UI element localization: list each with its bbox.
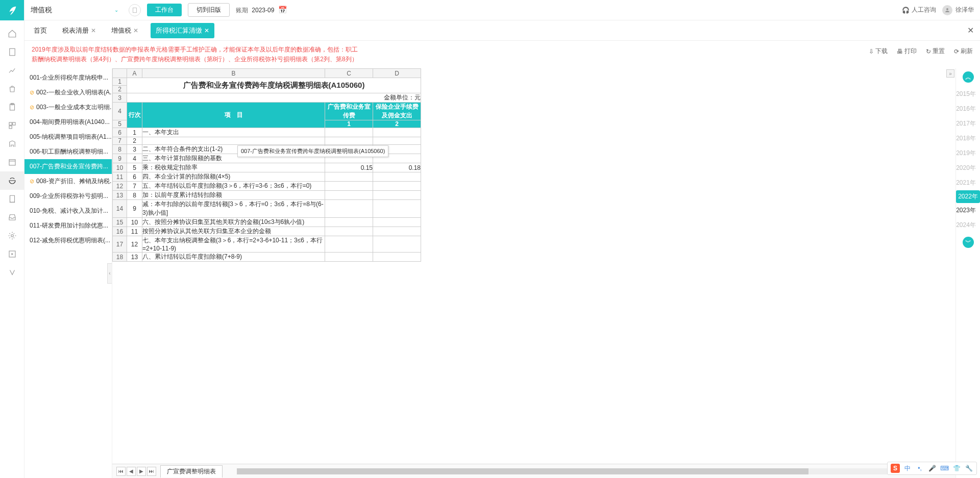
row-header[interactable]: 11 <box>113 172 127 182</box>
ime-keyboard-icon[interactable]: ⌨ <box>940 464 949 473</box>
nav-bowl[interactable] <box>0 171 24 190</box>
row-header[interactable]: 17 <box>113 236 127 253</box>
cell-value-c[interactable] <box>325 128 373 137</box>
nav-receipt[interactable] <box>0 190 24 208</box>
cell-value-c[interactable] <box>325 227 373 236</box>
tab[interactable]: 税表清册✕ <box>59 21 99 40</box>
nav-home[interactable] <box>0 24 24 43</box>
row-header[interactable]: 10 <box>113 163 127 172</box>
cell-value-d[interactable] <box>373 236 421 253</box>
year-item[interactable]: 2015年 <box>956 87 980 102</box>
close-icon[interactable]: ✕ <box>133 27 138 34</box>
cell-value-d[interactable] <box>373 128 421 137</box>
year-down-button[interactable]: ︾ <box>963 237 974 248</box>
year-item[interactable]: 2022年 <box>956 190 980 203</box>
cell-value-d[interactable] <box>373 191 421 200</box>
ime-mic-icon[interactable]: 🎤 <box>927 464 937 473</box>
row-header[interactable]: 8 <box>113 145 127 154</box>
header-col-d-num[interactable]: 2 <box>373 120 421 128</box>
nav-grid[interactable] <box>0 116 24 135</box>
header-rowno[interactable]: 行次 <box>127 103 142 128</box>
workspace-button[interactable]: 工作台 <box>147 4 182 16</box>
year-item[interactable]: 2021年 <box>956 175 980 190</box>
close-icon[interactable]: ✕ <box>204 27 209 34</box>
row-header[interactable]: 7 <box>113 137 127 145</box>
cell-item[interactable]: 四、本企业计算的扣除限额(4×5) <box>142 172 325 182</box>
cell-rowno[interactable]: 4 <box>127 154 142 163</box>
cell-item[interactable] <box>142 137 325 145</box>
cell-item[interactable]: 八、累计结转以后年度扣除额(7+8-9) <box>142 253 325 262</box>
cell-value-d[interactable]: 0.18 <box>373 163 421 172</box>
row-header[interactable]: 13 <box>113 191 127 200</box>
row-header[interactable]: 2 <box>113 86 127 93</box>
help-link[interactable]: 🎧 人工咨询 <box>902 6 936 14</box>
corner-cell[interactable] <box>113 69 127 78</box>
row-header[interactable]: 4 <box>113 103 127 120</box>
spreadsheet[interactable]: A B C D 1广告费和业务宣传费跨年度纳税调整明细表(A105060) 2 … <box>112 68 421 262</box>
form-list-item[interactable]: ⊘003-一般企业成本支出明细... <box>24 100 112 115</box>
cell-value-c[interactable] <box>325 253 373 262</box>
cell-value-c[interactable] <box>325 218 373 227</box>
row-header[interactable]: 15 <box>113 218 127 227</box>
nav-building[interactable] <box>0 135 24 153</box>
form-list-item[interactable]: 012-减免所得税优惠明细表(... <box>24 233 112 248</box>
tab[interactable]: 增值税✕ <box>108 21 141 40</box>
cell-rowno[interactable]: 10 <box>127 218 142 227</box>
cell-rowno[interactable]: 2 <box>127 137 142 145</box>
cell-value-d[interactable] <box>373 137 421 145</box>
header-col-c-num[interactable]: 1 <box>325 120 373 128</box>
col-header-A[interactable]: A <box>127 69 142 78</box>
ime-punct-icon[interactable]: •, <box>915 464 924 473</box>
cell-value-c[interactable] <box>325 182 373 191</box>
user-menu[interactable]: 徐泽华 <box>942 5 974 15</box>
cell-value-d[interactable] <box>373 253 421 262</box>
row-header[interactable]: 1 <box>113 78 127 86</box>
cell-rowno[interactable]: 3 <box>127 145 142 154</box>
nav-inbox[interactable] <box>0 208 24 227</box>
row-header[interactable]: 9 <box>113 154 127 163</box>
cell-value-d[interactable] <box>373 182 421 191</box>
cell-item[interactable]: 乘：税收规定扣除率 <box>142 163 325 172</box>
form-list-item[interactable]: 006-职工薪酬纳税调整明细... <box>24 144 112 159</box>
year-item[interactable]: 2017年 <box>956 116 980 131</box>
form-list-item[interactable]: ⊘002-一般企业收入明细表(A... <box>24 85 112 100</box>
cell-rowno[interactable]: 5 <box>127 163 142 172</box>
ime-lang-icon[interactable]: 中 <box>903 464 912 473</box>
row-header[interactable]: 6 <box>113 128 127 137</box>
nav-settings[interactable] <box>0 227 24 245</box>
horizontal-scrollbar[interactable] <box>237 468 951 474</box>
cell-value-c[interactable] <box>325 172 373 182</box>
cell-rowno[interactable]: 6 <box>127 172 142 182</box>
ime-s-icon[interactable]: S <box>891 464 900 473</box>
page-icon[interactable] <box>129 4 141 16</box>
nav-doc[interactable] <box>0 43 24 61</box>
print-button[interactable]: 🖶打印 <box>897 47 917 56</box>
year-item[interactable]: 2018年 <box>956 131 980 146</box>
cell-rowno[interactable]: 8 <box>127 191 142 200</box>
year-item[interactable]: 2016年 <box>956 102 980 116</box>
cell-value-c[interactable] <box>325 154 373 163</box>
nav-v[interactable] <box>0 263 24 282</box>
col-header-D[interactable]: D <box>373 69 421 78</box>
cell-rowno[interactable]: 9 <box>127 200 142 218</box>
year-item[interactable]: 2023年 <box>956 203 980 218</box>
cell-value-c[interactable] <box>325 137 373 145</box>
unit-label[interactable]: 金额单位：元 <box>127 93 421 103</box>
row-header[interactable]: 14 <box>113 200 127 218</box>
app-title-dropdown[interactable]: 增值税 ⌄ <box>31 6 122 15</box>
ime-skin-icon[interactable]: 👕 <box>952 464 961 473</box>
cell-item[interactable]: 按照分摊协议从其他关联方归集至本企业的金额 <box>142 227 325 236</box>
header-item[interactable]: 项 目 <box>142 103 325 128</box>
period-selector[interactable]: 账期 2023-09 📅 <box>236 6 287 15</box>
cell-value-c[interactable] <box>325 191 373 200</box>
form-list-item[interactable]: 001-企业所得税年度纳税申... <box>24 70 112 85</box>
cell-item[interactable]: 七、本年支出纳税调整金额(3＞6，本行=2+3-6+10-11；3≤6，本行=2… <box>142 236 325 253</box>
ime-tools-icon[interactable]: 🔧 <box>964 464 973 473</box>
year-item[interactable]: 2020年 <box>956 161 980 175</box>
sheet-nav-next[interactable]: ▶ <box>137 467 146 476</box>
nav-bag[interactable] <box>0 80 24 98</box>
row-header[interactable]: 5 <box>113 120 127 128</box>
cell-item[interactable]: 六、按照分摊协议归集至其他关联方的金额(10≤3与6孰小值) <box>142 218 325 227</box>
collapse-handle[interactable]: ‹ <box>107 263 112 284</box>
cell-value-d[interactable] <box>373 145 421 154</box>
